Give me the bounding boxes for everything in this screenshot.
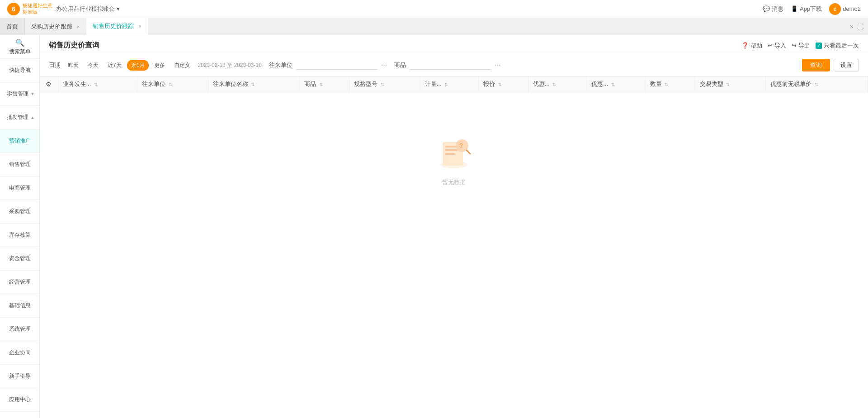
tab-sales-label: 销售历史价跟踪 <box>93 22 134 30</box>
gear-icon[interactable]: ⚙ <box>46 81 52 88</box>
product-input[interactable] <box>410 61 491 70</box>
tab-purchase-label: 采购历史价跟踪 <box>31 23 72 31</box>
tab-sales-close[interactable]: × <box>138 24 141 29</box>
tab-sales[interactable]: 销售历史价跟踪 × <box>86 18 148 35</box>
col-pretax-price[interactable]: 优惠前无税单价 ⇅ <box>765 76 868 92</box>
col-trade-type[interactable]: 交易类型 ⇅ <box>695 76 765 92</box>
svg-line-7 <box>467 150 470 154</box>
app-selector[interactable]: 办公用品行业模拟账套 ▾ <box>56 5 120 13</box>
sidebar-item-basic[interactable]: 基础信息 <box>0 294 39 318</box>
col-discount2[interactable]: 优惠... ⇅ <box>587 76 645 92</box>
sort-icon-discount2: ⇅ <box>611 82 615 87</box>
export-button[interactable]: ↪ 导出 <box>792 42 810 50</box>
download-icon: 📱 <box>791 5 798 12</box>
sidebar-item-appstore[interactable]: 应用中心 <box>0 388 39 412</box>
table-header-row: ⚙ 业务发生... ⇅ 往来单位 ⇅ 往来单位名称 ⇅ <box>40 76 868 92</box>
sidebar-item-wechat[interactable]: 企业微信 <box>0 412 39 418</box>
query-button[interactable]: 查询 <box>802 59 830 71</box>
settings-button[interactable]: 设置 <box>834 59 859 71</box>
empty-illustration: ? <box>431 128 476 174</box>
col-gear[interactable]: ⚙ <box>40 76 58 92</box>
help-icon: ❓ <box>741 42 749 49</box>
col-partner-code[interactable]: 往来单位 ⇅ <box>137 76 208 92</box>
date-btn-more[interactable]: 更多 <box>151 60 169 71</box>
sort-icon-discount1: ⇅ <box>552 82 556 87</box>
sidebar-label-shortcut: 快捷导航 <box>9 66 31 74</box>
product-dots[interactable]: ··· <box>495 61 500 69</box>
sidebar-label-finance: 资金管理 <box>9 255 31 262</box>
sidebar-item-guide[interactable]: 新手引导 <box>0 365 39 388</box>
sidebar-item-wholesale[interactable]: 批发管理 ▲ <box>0 106 39 129</box>
logo-icon: 6 <box>7 3 20 15</box>
sidebar-label-search: 搜索菜单 <box>9 48 31 56</box>
col-unit[interactable]: 计量... ⇅ <box>420 76 478 92</box>
sidebar-item-retail[interactable]: 零售管理 ▼ <box>0 82 39 106</box>
tab-bar: 首页 采购历史价跟踪 × 销售历史价跟踪 × × ⛶ <box>0 18 868 35</box>
sidebar-item-search[interactable]: 🔍 搜索菜单 <box>0 35 39 59</box>
logo-area: 6 畅捷通好生意 标准版 <box>7 3 52 15</box>
sort-icon-biz-date: ⇅ <box>94 82 98 87</box>
help-button[interactable]: ❓ 帮助 <box>741 42 762 50</box>
top-bar-right: 💬 消息 📱 App下载 d demo2 <box>763 3 861 15</box>
col-spec[interactable]: 规格型号 ⇅ <box>349 76 420 92</box>
tab-purchase[interactable]: 采购历史价跟踪 × <box>25 18 86 35</box>
message-icon: 💬 <box>763 5 770 12</box>
sort-icon-product: ⇅ <box>319 82 323 87</box>
date-btn-yesterday[interactable]: 昨天 <box>64 60 82 71</box>
svg-rect-4 <box>445 153 455 155</box>
filter-bar: 日期 昨天 今天 近7天 近1月 更多 自定义 2023-02-18 至 202… <box>40 54 868 76</box>
col-product[interactable]: 商品 ⇅ <box>300 76 349 92</box>
sidebar-label-sales-mgr: 销售管理 <box>9 161 31 168</box>
page-title: 销售历史价查询 <box>49 41 99 50</box>
import-button[interactable]: ↩ 导入 <box>768 42 786 50</box>
col-discount1[interactable]: 优惠... ⇅ <box>528 76 586 92</box>
chevron-down-icon: ▾ <box>117 5 120 12</box>
table-container[interactable]: ⚙ 业务发生... ⇅ 往来单位 ⇅ 往来单位名称 ⇅ <box>40 76 868 418</box>
sidebar-item-enterprise[interactable]: 企业协同 <box>0 341 39 365</box>
sidebar-item-marketing[interactable]: 营销推广 <box>0 129 39 153</box>
col-qty[interactable]: 数量 ⇅ <box>645 76 695 92</box>
col-biz-date[interactable]: 业务发生... ⇅ <box>58 76 137 92</box>
svg-text:?: ? <box>459 142 463 149</box>
sidebar-item-ecommerce[interactable]: 电商管理 <box>0 176 39 200</box>
date-btn-7days[interactable]: 近7天 <box>104 60 125 71</box>
sidebar-label-guide: 新手引导 <box>9 372 31 380</box>
sort-icon-unit: ⇅ <box>444 82 448 87</box>
search-icon: 🔍 <box>15 38 24 47</box>
sidebar-label-purchase-mgr: 采购管理 <box>9 208 31 215</box>
avatar: d <box>829 3 841 15</box>
only-last-wrap[interactable]: ✓ 只看最后一次 <box>816 42 859 50</box>
sidebar-item-system[interactable]: 系统管理 <box>0 318 39 341</box>
page-header: 销售历史价查询 ❓ 帮助 ↩ 导入 ↪ 导出 ✓ 只看最后一次 <box>40 35 868 54</box>
tab-home[interactable]: 首页 <box>0 18 25 35</box>
sidebar-item-inventory[interactable]: 库存核算 <box>0 223 39 247</box>
sidebar-item-purchase-mgr[interactable]: 采购管理 <box>0 200 39 223</box>
col-price[interactable]: 报价 ⇅ <box>478 76 528 92</box>
export-icon: ↪ <box>792 42 797 49</box>
window-close-button[interactable]: × <box>850 23 854 30</box>
sort-icon-price: ⇅ <box>498 82 502 87</box>
sidebar-item-shortcut[interactable]: 快捷导航 <box>0 59 39 82</box>
col-partner-name[interactable]: 往来单位名称 ⇅ <box>208 76 300 92</box>
top-bar: 6 畅捷通好生意 标准版 办公用品行业模拟账套 ▾ 💬 消息 📱 App下载 d… <box>0 0 868 18</box>
window-maximize-button[interactable]: ⛶ <box>857 23 863 30</box>
sidebar-label-enterprise: 企业协同 <box>9 349 31 356</box>
user-area[interactable]: d demo2 <box>829 3 861 15</box>
date-btn-1month[interactable]: 近1月 <box>127 60 149 71</box>
sidebar-item-sales-mgr[interactable]: 销售管理 <box>0 153 39 176</box>
content-area: 销售历史价查询 ❓ 帮助 ↩ 导入 ↪ 导出 ✓ 只看最后一次 <box>40 35 868 418</box>
date-btn-today[interactable]: 今天 <box>84 60 102 71</box>
partner-input[interactable] <box>296 61 377 70</box>
date-btn-custom[interactable]: 自定义 <box>170 60 194 71</box>
app-download-button[interactable]: 📱 App下载 <box>791 5 822 13</box>
product-filter-group: 商品 ··· <box>394 61 500 70</box>
top-bar-left: 6 畅捷通好生意 标准版 办公用品行业模拟账套 ▾ <box>7 3 120 15</box>
tab-home-label: 首页 <box>6 23 18 31</box>
sidebar-item-finance[interactable]: 资金管理 <box>0 247 39 271</box>
sidebar-label-operation: 经营管理 <box>9 278 31 286</box>
only-last-checkbox[interactable]: ✓ <box>816 43 822 49</box>
tab-purchase-close[interactable]: × <box>77 24 80 29</box>
sidebar-item-operation[interactable]: 经营管理 <box>0 271 39 294</box>
message-button[interactable]: 💬 消息 <box>763 5 783 13</box>
partner-dots[interactable]: ··· <box>381 61 387 69</box>
